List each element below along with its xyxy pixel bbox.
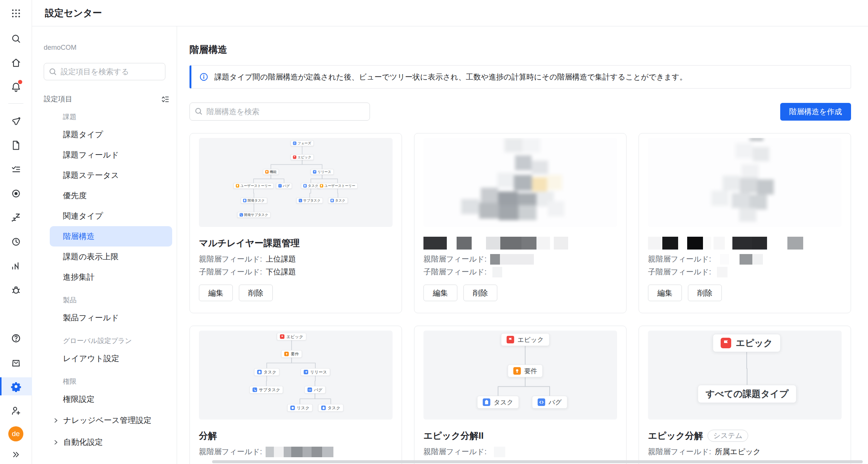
rail-apps-icon[interactable] <box>0 0 32 26</box>
rail-snooze-icon[interactable] <box>0 205 32 230</box>
redacted-title <box>423 237 568 250</box>
node-label: サブタスク <box>259 387 280 393</box>
rail-bug-icon[interactable] <box>0 278 32 302</box>
shield-icon <box>290 406 295 410</box>
card-body: 分解親階層フィールド: <box>190 429 402 458</box>
mosaic-cell <box>497 173 514 188</box>
delete-button[interactable]: 削除 <box>463 285 497 301</box>
info-icon <box>199 72 209 82</box>
rail-notifications-icon[interactable] <box>0 75 32 99</box>
hierarchy-card: エピックすべての課題タイプエピック分解システム親階層フィールド:所属エピック <box>639 326 851 464</box>
rail-document-icon[interactable] <box>0 133 32 157</box>
nav-group-label: グローバル設定プラン <box>44 333 172 348</box>
rail-invite-icon[interactable] <box>0 398 32 423</box>
sidebar-item[interactable]: 階層構造 <box>50 226 172 247</box>
redacted-block <box>274 447 284 457</box>
redacted-mosaic <box>648 138 842 227</box>
card-title: エピック分解 <box>648 430 703 442</box>
sidebar-item[interactable]: 権限設定 <box>44 389 172 409</box>
delete-button[interactable]: 削除 <box>239 285 273 301</box>
settings-sidebar: demoCOM 設定項目 課題課題タイプ課題フィールド課題ステータス優先度関連タ… <box>32 26 177 464</box>
issue-type-node: 開発サブタスク <box>237 212 270 218</box>
redacted-block <box>704 237 711 250</box>
clipboard-icon <box>257 370 262 374</box>
cube-icon <box>265 170 269 174</box>
left-rail: de <box>0 0 32 464</box>
nav-group-label: 権限 <box>44 374 172 389</box>
rail-home-icon[interactable] <box>0 51 32 75</box>
redacted-block <box>714 237 725 250</box>
edit-button[interactable]: 編集 <box>648 285 682 301</box>
issue-type-node: エピック <box>501 333 550 346</box>
rail-store-icon[interactable] <box>0 350 32 374</box>
sidebar-expand-item[interactable]: 自動化設定 <box>44 431 172 453</box>
hierarchy-search-input[interactable] <box>189 103 370 121</box>
sidebar-item[interactable]: 製品フィールド <box>44 308 172 328</box>
sidebar-search-input[interactable] <box>44 63 165 80</box>
node-label: タスク <box>335 198 345 203</box>
rail-clock-icon[interactable] <box>0 230 32 254</box>
hierarchy-preview: エピック要件タスクリリースサブタスクバグリスクタスク <box>199 331 393 420</box>
sidebar-item[interactable]: 課題フィールド <box>44 145 172 165</box>
node-label: リスク <box>297 405 310 411</box>
rail-target-icon[interactable] <box>0 181 32 205</box>
mosaic-cell <box>515 155 532 170</box>
edit-button[interactable]: 編集 <box>423 285 457 301</box>
nav-group-label: 課題 <box>44 109 172 124</box>
rail-help-icon[interactable] <box>0 326 32 350</box>
rail-search-icon[interactable] <box>0 26 32 51</box>
code-icon <box>538 398 545 406</box>
delete-button[interactable]: 削除 <box>688 285 722 301</box>
parent-field-line: 親階層フィールド: <box>423 253 617 265</box>
issue-type-node: リスク <box>287 404 313 412</box>
rail-approve-icon[interactable] <box>0 157 32 181</box>
issue-type-node: エピック <box>713 334 781 352</box>
branch-icon <box>240 213 243 217</box>
mosaic-cell <box>750 138 763 140</box>
sidebar-item[interactable]: 進捗集計 <box>44 267 172 287</box>
node-label: 機能 <box>270 170 277 175</box>
sidebar-item[interactable]: 課題ステータス <box>44 165 172 185</box>
redacted-value <box>715 254 763 265</box>
redacted-block <box>266 447 274 457</box>
redacted-block <box>486 237 500 250</box>
card-title: エピック分解II <box>423 430 484 442</box>
sidebar-item[interactable]: 課題の表示上限 <box>44 247 172 267</box>
settings-nav: 課題課題タイプ課題フィールド課題ステータス優先度関連タイプ階層構造課題の表示上限… <box>44 109 172 453</box>
card-title: マルチレイヤー課題管理 <box>199 237 300 249</box>
meta-label: 親階層フィールド: <box>199 254 262 264</box>
sidebar-item[interactable]: 優先度 <box>44 185 172 206</box>
redacted-block <box>752 254 763 265</box>
clipboard-icon <box>483 398 490 406</box>
redacted-block <box>492 267 502 277</box>
mosaic-cell <box>735 143 753 158</box>
meta-label: 子階層フィールド: <box>648 267 711 277</box>
collapse-all-icon[interactable] <box>160 95 170 104</box>
sidebar-expand-item[interactable]: ナレッジベース管理設定 <box>44 409 172 431</box>
horizontal-scrollbar[interactable] <box>212 460 863 463</box>
rail-send-icon[interactable] <box>0 109 32 133</box>
redacted-block <box>284 447 291 457</box>
sidebar-item[interactable]: レイアウト設定 <box>44 348 172 369</box>
redacted-title <box>648 237 803 250</box>
hierarchy-preview: エピック要件タスクバグ <box>423 331 617 420</box>
hierarchy-preview <box>648 138 842 227</box>
user-avatar[interactable]: de <box>8 426 23 441</box>
node-label: タスク <box>328 405 341 411</box>
flag-icon <box>293 156 296 159</box>
clipboard-icon <box>243 199 246 202</box>
issue-type-node: バグ <box>304 386 326 394</box>
branch-icon <box>299 199 302 202</box>
topbar: 設定センター <box>32 0 868 26</box>
rail-settings-icon[interactable] <box>0 377 32 395</box>
node-label: フェーズ <box>298 141 312 146</box>
info-text: 課題タイプ間の階層構造が定義された後、ビューでツリー状に表示され、工数や進捗の計… <box>214 72 687 82</box>
create-hierarchy-button[interactable]: 階層構造を作成 <box>780 103 851 121</box>
collapse-rail-icon[interactable] <box>0 445 32 464</box>
rail-stats-icon[interactable] <box>0 254 32 278</box>
sidebar-item[interactable]: 関連タイプ <box>44 206 172 226</box>
mosaic-cell <box>723 176 740 191</box>
edit-button[interactable]: 編集 <box>199 285 233 301</box>
sidebar-item[interactable]: 課題タイプ <box>44 124 172 145</box>
redacted-value <box>490 447 505 457</box>
